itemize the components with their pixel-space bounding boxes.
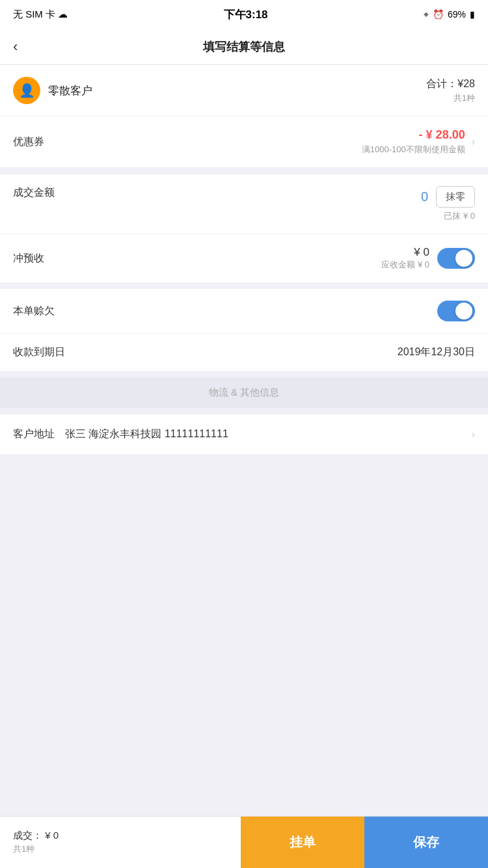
status-left: 无 SIM 卡 ☁ — [13, 8, 68, 21]
customer-name: 零散客户 — [48, 83, 92, 98]
battery-level: 69% — [448, 9, 466, 20]
status-time: 下午3:18 — [224, 7, 268, 22]
deal-amount-value[interactable]: 0 — [421, 189, 428, 204]
prepayment-right: ¥ 0 应收金额 ¥ 0 — [381, 246, 475, 271]
hang-order-button[interactable]: 挂单 — [241, 817, 364, 869]
battery-icon: ▮ — [470, 9, 475, 20]
credit-toggle-knob — [455, 303, 472, 319]
deal-amount-label: 成交金额 — [13, 186, 55, 200]
total-count: 共1种 — [426, 92, 475, 104]
address-card: 客户地址 张三 海淀永丰科技园 11111111111 › — [0, 414, 488, 454]
toggle-knob — [455, 250, 472, 267]
status-right: ⌖ ⏰ 69% ▮ — [424, 9, 475, 20]
logistics-divider: 物流 & 其他信息 — [0, 377, 488, 408]
customer-row: 👤 零散客户 合计：¥28 共1种 — [0, 65, 488, 116]
credit-label: 本单赊欠 — [13, 305, 55, 318]
bottom-deal-value: ¥ 0 — [45, 830, 59, 841]
page-title: 填写结算等信息 — [203, 39, 285, 55]
credit-row: 本单赊欠 — [0, 289, 488, 333]
alarm-icon: ⏰ — [433, 9, 444, 20]
customer-left: 👤 零散客户 — [13, 77, 92, 104]
customer-avatar: 👤 — [13, 77, 40, 104]
back-button[interactable]: ‹ — [13, 38, 18, 55]
coupon-value-stack: - ¥ 28.00 满1000-100不限制使用金额 — [362, 128, 465, 156]
prepayment-row: 冲预收 ¥ 0 应收金额 ¥ 0 — [0, 234, 488, 282]
deal-amount-sub: 已抹 ¥ 0 — [444, 210, 475, 222]
prepayment-label: 冲预收 — [13, 252, 44, 265]
status-bar: 无 SIM 卡 ☁ 下午3:18 ⌖ ⏰ 69% ▮ — [0, 0, 488, 29]
prepayment-amount: ¥ 0 — [414, 246, 429, 259]
address-chevron-icon: › — [472, 429, 475, 441]
customer-right: 合计：¥28 共1种 — [426, 77, 475, 104]
coupon-chevron-icon: › — [472, 136, 475, 148]
bottom-info: 成交： ¥ 0 共1种 — [0, 830, 241, 855]
deal-amount-right: 0 抹零 已抹 ¥ 0 — [421, 186, 475, 222]
due-date-value: 2019年12月30日 — [398, 346, 475, 359]
logistics-label: 物流 & 其他信息 — [209, 387, 279, 398]
credit-card: 本单赊欠 收款到期日 2019年12月30日 — [0, 289, 488, 371]
round-button[interactable]: 抹零 — [436, 186, 475, 208]
prepayment-toggle[interactable] — [437, 248, 475, 269]
coupon-right: - ¥ 28.00 满1000-100不限制使用金额 › — [362, 128, 475, 156]
address-label: 客户地址 — [13, 427, 55, 441]
prepayment-value-stack: ¥ 0 应收金额 ¥ 0 — [381, 246, 429, 271]
save-button[interactable]: 保存 — [364, 817, 488, 869]
customer-card: 👤 零散客户 合计：¥28 共1种 优惠券 - ¥ 28.00 满1000-10… — [0, 65, 488, 167]
bottom-deal-label: 成交： — [13, 830, 42, 841]
coupon-discount: - ¥ 28.00 — [419, 128, 465, 142]
bottom-item-count: 共1种 — [13, 843, 228, 855]
total-amount: 合计：¥28 — [426, 77, 475, 91]
coupon-label: 优惠券 — [13, 135, 44, 149]
bottom-bar: 成交： ¥ 0 共1种 挂单 保存 — [0, 816, 488, 868]
coupon-note: 满1000-100不限制使用金额 — [362, 144, 465, 156]
location-icon: ⌖ — [424, 9, 429, 20]
nav-bar: ‹ 填写结算等信息 — [0, 29, 488, 65]
address-value: 张三 海淀永丰科技园 11111111111 — [65, 427, 461, 441]
coupon-row[interactable]: 优惠券 - ¥ 28.00 满1000-100不限制使用金额 › — [0, 116, 488, 167]
address-row[interactable]: 客户地址 张三 海淀永丰科技园 11111111111 › — [0, 414, 488, 454]
credit-toggle[interactable] — [437, 301, 475, 321]
content-area: 👤 零散客户 合计：¥28 共1种 优惠券 - ¥ 28.00 满1000-10… — [0, 65, 488, 454]
deal-amount-row: 成交金额 0 抹零 已抹 ¥ 0 — [0, 174, 488, 234]
due-date-label: 收款到期日 — [13, 346, 65, 359]
sim-status: 无 SIM 卡 ☁ — [13, 8, 68, 21]
person-icon: 👤 — [19, 83, 35, 98]
due-date-row: 收款到期日 2019年12月30日 — [0, 333, 488, 371]
amount-card: 成交金额 0 抹零 已抹 ¥ 0 冲预收 ¥ 0 应收金额 ¥ 0 — [0, 174, 488, 282]
prepayment-sub: 应收金额 ¥ 0 — [381, 259, 429, 271]
bottom-deal-amount: 成交： ¥ 0 — [13, 830, 228, 842]
